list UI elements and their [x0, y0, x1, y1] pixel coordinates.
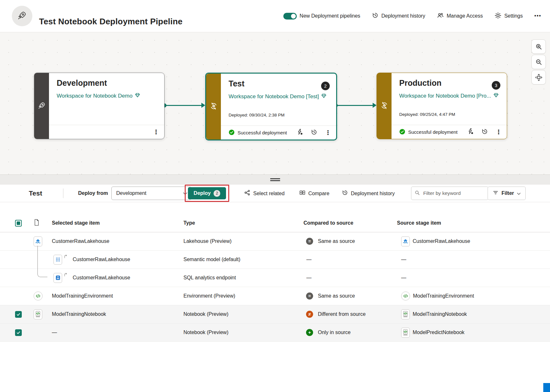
gear-icon	[495, 12, 501, 20]
deployment-history-button[interactable]: Deployment history	[368, 10, 429, 22]
tree-connector	[37, 246, 47, 277]
history-icon	[342, 190, 348, 197]
deployment-history-button[interactable]: Deployment history	[342, 190, 395, 197]
item-count-badge: 3	[492, 81, 500, 90]
table-row[interactable]: ModelTrainingEnvironment Environment (Pr…	[0, 287, 550, 305]
stage-card-development[interactable]: Development Workspace for Notebook Demo …	[34, 73, 165, 139]
source-item: ModelPredictNotebook	[397, 328, 550, 338]
keyword-filter-input[interactable]	[423, 190, 485, 196]
workspace-link[interactable]: Workspace for Notebook Demo	[57, 92, 140, 100]
connector-arrow-icon	[373, 103, 376, 108]
stage-strip	[377, 73, 392, 139]
notebook-icon	[34, 309, 42, 319]
rocket-icon	[38, 101, 46, 111]
search-icon	[415, 190, 420, 197]
column-header-source[interactable]: Source stage item	[397, 220, 550, 226]
workspace-link[interactable]: Workspace for Notebook Demo [Pro...	[399, 92, 499, 100]
kebab-menu-icon[interactable]: ⋮	[325, 130, 331, 136]
item-type: Environment (Preview)	[183, 293, 303, 299]
compared-status: —	[303, 257, 397, 262]
stage-card-footer: ⋮	[49, 125, 164, 139]
select-related-button[interactable]: Select related	[244, 190, 285, 197]
deploy-button[interactable]: Deploy 2	[188, 187, 226, 199]
column-header-compared[interactable]: Compared to source	[303, 220, 397, 226]
sql-endpoint-icon	[53, 273, 62, 283]
history-icon	[372, 12, 378, 20]
item-name: CustomerRawLakehouse	[73, 257, 130, 262]
source-item: ModelTrainingEnvironment	[397, 292, 550, 300]
item-name: ModelTrainingNotebook	[52, 311, 183, 317]
column-header-item[interactable]: Selected stage item	[52, 220, 183, 226]
compared-status: —	[303, 275, 397, 281]
deploy-icon[interactable]	[467, 128, 474, 136]
history-icon[interactable]	[311, 129, 317, 137]
table-row[interactable]: ModelTrainingNotebook Notebook (Preview)…	[0, 305, 550, 324]
table-row[interactable]: CustomerRawLakehouse Lakehouse (Preview)…	[0, 232, 550, 251]
environment-icon	[34, 292, 43, 300]
zoom-in-button[interactable]	[531, 39, 546, 54]
select-related-icon	[244, 190, 250, 197]
new-pipelines-toggle-item[interactable]: New Deployment pipelines	[279, 10, 364, 22]
sync-icon	[209, 102, 218, 112]
source-item: —	[397, 275, 550, 281]
column-header-type[interactable]: Type	[183, 220, 303, 226]
stage-title: Test	[229, 79, 245, 88]
item-type: Lakehouse (Preview)	[183, 238, 303, 244]
deployed-timestamp: Deployed: 09/30/24, 2:38 PM	[229, 113, 285, 117]
notebook-icon	[401, 328, 410, 338]
splitter-drag-handle[interactable]	[270, 178, 280, 181]
compare-button[interactable]: Compare	[299, 190, 329, 197]
workspace-link[interactable]: Workspace for Notebook Demo [Test]	[229, 93, 327, 100]
kebab-menu-icon[interactable]: ⋮	[496, 129, 502, 135]
pipeline-canvas: Development Workspace for Notebook Demo …	[0, 32, 550, 174]
item-type: Notebook (Preview)	[183, 311, 303, 317]
row-checkbox[interactable]	[15, 311, 22, 318]
connector-test-prod	[335, 105, 373, 106]
divider	[63, 188, 63, 198]
manage-access-button[interactable]: Manage Access	[433, 10, 487, 23]
stage-strip	[34, 73, 49, 139]
deploy-from-value: Development	[116, 190, 146, 196]
item-name: CustomerRawLakehouse	[52, 238, 183, 244]
pipeline-avatar	[12, 6, 32, 26]
item-type: Semantic model (default)	[183, 257, 303, 262]
fit-to-view-button[interactable]	[531, 70, 546, 84]
toggle-on[interactable]	[283, 13, 297, 20]
stage-card-test[interactable]: Test 2 Workspace for Notebook Demo [Test…	[205, 73, 337, 140]
source-item: CustomerRawLakehouse	[397, 236, 550, 246]
source-item-name: ModelTrainingEnvironment	[413, 293, 474, 299]
item-count-badge: 2	[321, 82, 330, 90]
connector-arrow-icon	[201, 103, 205, 108]
settings-label: Settings	[504, 13, 523, 19]
source-item-name: ModelTrainingNotebook	[413, 311, 467, 317]
people-icon	[437, 12, 444, 20]
row-checkbox[interactable]	[15, 329, 22, 336]
item-name: ModelTrainingEnvironment	[52, 293, 183, 299]
stage-card-footer: Successful deployment ⋮	[221, 125, 336, 140]
table-row[interactable]: CustomerRawLakehouse SQL analytics endpo…	[0, 269, 550, 287]
settings-button[interactable]: Settings	[491, 10, 527, 23]
source-item-name: CustomerRawLakehouse	[413, 238, 470, 244]
zoom-out-button[interactable]	[531, 55, 546, 69]
filter-button[interactable]: Filter	[488, 187, 526, 200]
table-row[interactable]: CustomerRawLakehouse Semantic model (def…	[0, 251, 550, 269]
sub-item-arrow-icon	[64, 272, 68, 278]
source-item-name: ModelPredictNotebook	[413, 330, 465, 335]
sync-icon	[380, 101, 389, 111]
select-all-checkbox[interactable]	[15, 220, 22, 227]
more-options-icon[interactable]: ⋯	[531, 12, 544, 20]
table-header-row: Selected stage item Type Compared to sou…	[0, 214, 550, 232]
history-icon[interactable]	[481, 128, 488, 136]
stage-card-production[interactable]: Production 3 Workspace for Notebook Demo…	[376, 73, 507, 139]
compare-icon	[299, 190, 305, 197]
gem-icon	[135, 92, 140, 100]
canvas-zoom-controls	[531, 39, 546, 84]
kebab-menu-icon[interactable]: ⋮	[153, 129, 159, 135]
deploy-icon[interactable]	[296, 129, 303, 137]
success-check-icon	[229, 129, 235, 136]
deploy-from-select[interactable]: Development	[111, 187, 191, 200]
different-from-source-icon: ≠	[306, 311, 313, 318]
window-corner-artifact	[543, 383, 550, 392]
app-header: Test Notebook Deployment Pipeline New De…	[0, 0, 550, 32]
table-row[interactable]: — Notebook (Preview) + Only in source Mo…	[0, 324, 550, 342]
